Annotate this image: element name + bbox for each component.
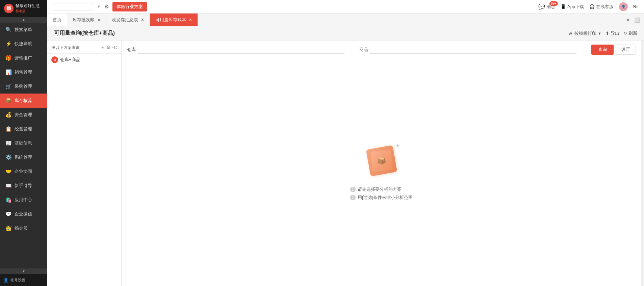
- main-area: ▼ ⚙ 体验行业方案 💬 消息 99+ 📱 App下载 🎧 在线客服 👤 Rit: [47, 0, 644, 286]
- topbar: ▼ ⚙ 体验行业方案 💬 消息 99+ 📱 App下载 🎧 在线客服 👤 Rit: [47, 0, 644, 14]
- logo-icon: 畅: [4, 4, 14, 13]
- query-button[interactable]: 查询: [591, 45, 614, 55]
- nav-label-purchase: 采购管理: [15, 83, 32, 89]
- empty-tip-1: 1 请先选择要分析的方案: [350, 186, 413, 192]
- sidebar-item-wechat[interactable]: 💬企业微信: [0, 207, 47, 221]
- gear-icon[interactable]: ⚙: [104, 3, 109, 10]
- print-button[interactable]: 🖨 按模板打印 ▼: [569, 30, 601, 36]
- sidebar-item-system[interactable]: ⚙️系统管理: [0, 150, 47, 164]
- empty-tips: 1 请先选择要分析的方案 2 用[过滤]条件来缩小分析范围: [350, 186, 413, 201]
- tab-home-label: 首页: [53, 17, 61, 23]
- nav-label-finance: 资金管理: [15, 112, 32, 118]
- service-icon: 🎧: [589, 4, 595, 9]
- topbar-left: ▼ ⚙ 体验行业方案: [53, 2, 147, 11]
- tab-batch-account-close[interactable]: ✕: [97, 18, 101, 22]
- expand-window-icon[interactable]: ⬜: [633, 16, 641, 24]
- sidebar-nav: 🔍搜索菜单⚡快捷导航🎁营销推广📊销售管理🛒采购管理📦库存核算💰资金管理📋经营管理…: [0, 23, 47, 268]
- tab-batch-account[interactable]: 库存批次账 ✕: [67, 14, 106, 26]
- nav-icon-newbie: 📖: [5, 183, 12, 189]
- sidebar-item-newbie[interactable]: 📖新手引导: [0, 179, 47, 193]
- refresh-button[interactable]: ↻ 刷新: [623, 30, 637, 36]
- tip-text-1: 请先选择要分析的方案: [358, 186, 402, 192]
- settings-scheme-icon[interactable]: ⚙: [106, 45, 111, 51]
- nav-label-marketing: 营销推广: [15, 55, 32, 61]
- empty-state: 📦 ✦ 1 请先选择要分析的方案 2 用[过滤]条件来缩小分析范围: [127, 59, 636, 282]
- tab-available-book-label: 可用量库存账本: [155, 17, 186, 23]
- sidebar-scroll-up[interactable]: ▲: [0, 17, 47, 23]
- sidebar-bottom-label: 账号设置: [10, 278, 25, 283]
- nav-icon-sales: 📊: [5, 69, 12, 75]
- tab-available-book-close[interactable]: ✕: [189, 18, 192, 22]
- filter-panel-header: 按以下方案查询 ＋ ⚙ ≪: [47, 45, 121, 54]
- goods-input[interactable]: [370, 46, 577, 54]
- add-scheme-icon[interactable]: ＋: [100, 45, 105, 51]
- refresh-icon: ↻: [623, 31, 627, 36]
- app-download-area[interactable]: 📱 App下载: [561, 4, 584, 10]
- tab-home[interactable]: 首页: [47, 14, 67, 26]
- sidebar-item-operations[interactable]: 📋经营管理: [0, 122, 47, 136]
- sidebar-item-sales[interactable]: 📊销售管理: [0, 65, 47, 79]
- username-label[interactable]: Rit: [633, 4, 639, 9]
- tab-collect-summary-close[interactable]: ✕: [141, 18, 144, 22]
- topbar-right: 💬 消息 99+ 📱 App下载 🎧 在线客服 👤 Rit: [538, 2, 639, 11]
- tip-num-1: 1: [350, 187, 356, 192]
- industry-solution-button[interactable]: 体验行业方案: [112, 2, 147, 11]
- nav-label-enterprise: 企业协同: [15, 168, 32, 175]
- scheme-item-label: 仓库+商品: [60, 57, 80, 63]
- sidebar-item-basic[interactable]: 📰基础信息: [0, 136, 47, 150]
- sidebar-item-member[interactable]: 👑畅会员: [0, 221, 47, 235]
- sidebar-item-shortcut[interactable]: ⚡快捷导航: [0, 37, 47, 51]
- sidebar-item-purchase[interactable]: 🛒采购管理: [0, 79, 47, 94]
- user-icon: 👤: [3, 278, 8, 283]
- sidebar-item-enterprise[interactable]: 🤝企业协同: [0, 164, 47, 179]
- print-label: 按模板打印: [574, 30, 596, 36]
- sidebar-item-appstore[interactable]: 🛍️应用中心: [0, 193, 47, 207]
- nav-label-search: 搜索菜单: [15, 27, 32, 33]
- filter-scheme-item[interactable]: ⚙ 仓库+商品: [47, 54, 121, 66]
- sidebar-bottom[interactable]: 👤 账号设置: [0, 274, 47, 286]
- avatar-icon: 👤: [621, 5, 625, 8]
- dropdown-arrow-icon[interactable]: ▼: [97, 4, 101, 9]
- tab-collect-summary-label: 收发存汇总表: [112, 17, 138, 23]
- nav-label-shortcut: 快捷导航: [15, 41, 32, 47]
- online-service-area[interactable]: 🎧 在线客服: [589, 4, 614, 10]
- nav-label-system: 系统管理: [15, 154, 32, 160]
- nav-label-sales: 销售管理: [15, 69, 32, 75]
- empty-tip-2: 2 用[过滤]条件来缩小分析范围: [350, 194, 413, 201]
- print-dropdown-icon[interactable]: ▼: [598, 31, 601, 35]
- goods-label: 商品: [359, 47, 368, 53]
- warehouse-more-icon[interactable]: …: [346, 47, 354, 52]
- tab-collect-summary[interactable]: 收发存汇总表 ✕: [106, 14, 150, 26]
- tabbar: 首页 库存批次账 ✕ 收发存汇总表 ✕ 可用量库存账本 ✕ ✕ ⬜: [47, 14, 644, 26]
- page-title: 可用量查询(按仓库+商品): [54, 30, 115, 37]
- tabbar-right: ✕ ⬜: [625, 16, 644, 24]
- search-input[interactable]: [53, 3, 93, 10]
- nav-icon-purchase: 🛒: [5, 83, 12, 89]
- settings-button[interactable]: 设置: [616, 45, 636, 55]
- message-area[interactable]: 💬 消息 99+: [538, 3, 555, 10]
- print-icon: 🖨: [569, 31, 573, 36]
- tab-available-book[interactable]: 可用量库存账本 ✕: [150, 14, 198, 26]
- collapse-panel-icon[interactable]: ≪: [112, 45, 117, 51]
- app-icon: 📱: [561, 4, 566, 9]
- sparkle-icon: ✦: [395, 142, 400, 150]
- nav-label-operations: 经营管理: [15, 126, 32, 132]
- goods-more-icon[interactable]: …: [578, 47, 586, 52]
- tip-num-2: 2: [350, 195, 356, 200]
- avatar: 👤: [619, 2, 628, 11]
- logo-name: 畅康通好生意: [16, 3, 40, 9]
- message-badge: 99+: [549, 1, 558, 6]
- nav-icon-inventory: 📦: [5, 98, 12, 104]
- sidebar-scroll-down[interactable]: ▼: [0, 268, 47, 274]
- warehouse-field: 仓库 …: [127, 46, 354, 54]
- nav-label-appstore: 应用中心: [15, 197, 32, 203]
- filter-panel-title: 按以下方案查询: [51, 45, 80, 51]
- sidebar-item-marketing[interactable]: 🎁营销推广: [0, 51, 47, 65]
- right-scrollbar[interactable]: [641, 41, 644, 286]
- sidebar-item-inventory[interactable]: 📦库存核算: [0, 94, 47, 108]
- sidebar-item-finance[interactable]: 💰资金管理: [0, 108, 47, 122]
- warehouse-input[interactable]: [138, 46, 344, 54]
- sidebar-item-search[interactable]: 🔍搜索菜单: [0, 23, 47, 37]
- close-window-icon[interactable]: ✕: [625, 16, 632, 24]
- export-button[interactable]: ⬆ 导出: [606, 30, 619, 36]
